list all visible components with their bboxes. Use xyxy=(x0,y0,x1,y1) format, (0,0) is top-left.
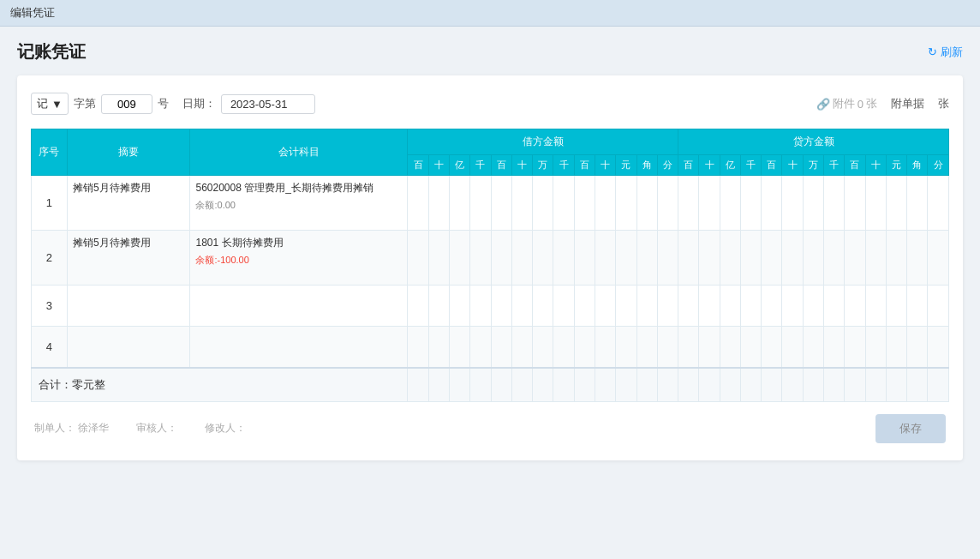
debit-digit-r2-c12[interactable] xyxy=(636,231,657,286)
debit-digit-r1-c10[interactable] xyxy=(595,176,615,231)
credit-digit-r3-c10[interactable] xyxy=(865,286,886,327)
attachment-link[interactable]: 🔗 附件 0 张 xyxy=(816,96,877,111)
credit-digit-r3-c2[interactable] xyxy=(699,286,720,327)
debit-digit-r4-c5[interactable] xyxy=(491,327,511,368)
credit-digit-r2-c5[interactable] xyxy=(762,231,782,286)
credit-digit-r2-c7[interactable] xyxy=(803,231,823,286)
debit-digit-r2-c8[interactable] xyxy=(553,231,574,286)
debit-digit-r1-c4[interactable] xyxy=(470,176,491,231)
credit-digit-r2-c12[interactable] xyxy=(907,231,928,286)
credit-digit-r1-c13[interactable] xyxy=(928,176,949,231)
debit-digit-r3-c12[interactable] xyxy=(636,286,657,327)
credit-digit-r1-c12[interactable] xyxy=(907,176,928,231)
row-account-4[interactable] xyxy=(190,327,408,368)
debit-digit-r3-c4[interactable] xyxy=(470,286,491,327)
row-summary-4[interactable] xyxy=(67,327,190,368)
row-summary-2[interactable]: 摊销5月待摊费用 xyxy=(67,231,190,286)
credit-digit-r4-c4[interactable] xyxy=(740,327,761,368)
debit-digit-r2-c10[interactable] xyxy=(595,231,615,286)
debit-digit-r3-c10[interactable] xyxy=(595,286,615,327)
credit-digit-r4-c12[interactable] xyxy=(907,327,928,368)
debit-digit-r2-c5[interactable] xyxy=(491,231,511,286)
debit-digit-r1-c2[interactable] xyxy=(428,176,449,231)
debit-digit-r2-c11[interactable] xyxy=(616,231,636,286)
debit-digit-r4-c7[interactable] xyxy=(533,327,553,368)
date-input[interactable] xyxy=(221,94,315,114)
credit-digit-r4-c11[interactable] xyxy=(886,327,906,368)
credit-digit-r2-c4[interactable] xyxy=(740,231,761,286)
debit-digit-r4-c2[interactable] xyxy=(428,327,449,368)
credit-digit-r4-c5[interactable] xyxy=(762,327,782,368)
credit-digit-r3-c8[interactable] xyxy=(824,286,845,327)
debit-digit-r3-c8[interactable] xyxy=(553,286,574,327)
debit-digit-r3-c3[interactable] xyxy=(449,286,469,327)
credit-digit-r1-c7[interactable] xyxy=(803,176,823,231)
credit-digit-r2-c10[interactable] xyxy=(865,231,886,286)
credit-digit-r4-c2[interactable] xyxy=(699,327,720,368)
credit-digit-r2-c2[interactable] xyxy=(699,231,720,286)
credit-digit-r4-c9[interactable] xyxy=(845,327,865,368)
credit-digit-r1-c9[interactable] xyxy=(845,176,865,231)
credit-digit-r4-c6[interactable] xyxy=(782,327,803,368)
credit-digit-r3-c11[interactable] xyxy=(886,286,906,327)
credit-digit-r1-c4[interactable] xyxy=(740,176,761,231)
credit-digit-r3-c13[interactable] xyxy=(928,286,949,327)
debit-digit-r3-c6[interactable] xyxy=(511,286,532,327)
row-account-3[interactable] xyxy=(190,286,408,327)
credit-digit-r1-c1[interactable] xyxy=(678,176,699,231)
debit-digit-r1-c3[interactable] xyxy=(449,176,469,231)
voucher-number-input[interactable] xyxy=(101,94,152,114)
debit-digit-r1-c12[interactable] xyxy=(636,176,657,231)
credit-digit-r4-c13[interactable] xyxy=(928,327,949,368)
credit-digit-r1-c11[interactable] xyxy=(886,176,906,231)
credit-digit-r3-c5[interactable] xyxy=(762,286,782,327)
debit-digit-r4-c9[interactable] xyxy=(574,327,595,368)
debit-digit-r2-c7[interactable] xyxy=(533,231,553,286)
debit-digit-r3-c9[interactable] xyxy=(574,286,595,327)
refresh-button[interactable]: ↻ 刷新 xyxy=(928,45,963,60)
credit-digit-r3-c6[interactable] xyxy=(782,286,803,327)
debit-digit-r4-c6[interactable] xyxy=(511,327,532,368)
debit-digit-r4-c13[interactable] xyxy=(657,327,678,368)
row-summary-1[interactable]: 摊销5月待摊费用 xyxy=(67,176,190,231)
debit-digit-r4-c4[interactable] xyxy=(470,327,491,368)
debit-digit-r2-c1[interactable] xyxy=(408,231,428,286)
credit-digit-r3-c4[interactable] xyxy=(740,286,761,327)
debit-digit-r1-c1[interactable] xyxy=(408,176,428,231)
credit-digit-r3-c1[interactable] xyxy=(678,286,699,327)
credit-digit-r4-c7[interactable] xyxy=(803,327,823,368)
credit-digit-r4-c10[interactable] xyxy=(865,327,886,368)
debit-digit-r1-c9[interactable] xyxy=(574,176,595,231)
debit-digit-r1-c6[interactable] xyxy=(511,176,532,231)
credit-digit-r3-c9[interactable] xyxy=(845,286,865,327)
debit-digit-r2-c4[interactable] xyxy=(470,231,491,286)
credit-digit-r2-c1[interactable] xyxy=(678,231,699,286)
credit-digit-r1-c3[interactable] xyxy=(720,176,740,231)
debit-digit-r3-c13[interactable] xyxy=(657,286,678,327)
debit-digit-r3-c2[interactable] xyxy=(428,286,449,327)
debit-digit-r1-c11[interactable] xyxy=(616,176,636,231)
debit-digit-r3-c5[interactable] xyxy=(491,286,511,327)
row-account-1[interactable]: 56020008 管理费用_长期待摊费用摊销余额:0.00 xyxy=(190,176,408,231)
debit-digit-r2-c3[interactable] xyxy=(449,231,469,286)
credit-digit-r3-c3[interactable] xyxy=(720,286,740,327)
debit-digit-r1-c7[interactable] xyxy=(533,176,553,231)
debit-digit-r2-c2[interactable] xyxy=(428,231,449,286)
credit-digit-r1-c2[interactable] xyxy=(699,176,720,231)
credit-digit-r1-c10[interactable] xyxy=(865,176,886,231)
save-button[interactable]: 保存 xyxy=(875,414,946,443)
debit-digit-r2-c6[interactable] xyxy=(511,231,532,286)
debit-digit-r3-c1[interactable] xyxy=(408,286,428,327)
debit-digit-r4-c8[interactable] xyxy=(553,327,574,368)
credit-digit-r2-c8[interactable] xyxy=(824,231,845,286)
credit-digit-r1-c5[interactable] xyxy=(762,176,782,231)
credit-digit-r2-c6[interactable] xyxy=(782,231,803,286)
debit-digit-r4-c1[interactable] xyxy=(408,327,428,368)
type-select[interactable]: 记 ▼ xyxy=(31,93,69,115)
credit-digit-r4-c8[interactable] xyxy=(824,327,845,368)
debit-digit-r3-c11[interactable] xyxy=(616,286,636,327)
credit-digit-r4-c1[interactable] xyxy=(678,327,699,368)
debit-digit-r2-c9[interactable] xyxy=(574,231,595,286)
credit-digit-r2-c3[interactable] xyxy=(720,231,740,286)
debit-digit-r2-c13[interactable] xyxy=(657,231,678,286)
